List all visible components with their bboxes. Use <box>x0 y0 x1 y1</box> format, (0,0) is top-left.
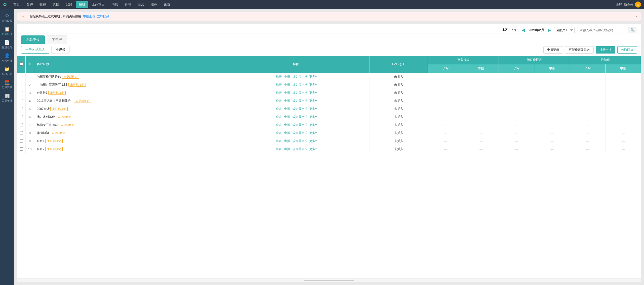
nav-item-服务[interactable]: 服务 <box>148 1 160 8</box>
row-checkbox-8[interactable] <box>20 139 23 142</box>
op-set-zero[interactable]: 设为零申报 <box>293 147 308 151</box>
row-financial-fill: — <box>428 145 463 153</box>
row-checkbox-9[interactable] <box>20 147 23 151</box>
op-declare[interactable]: 申报 <box>284 107 290 111</box>
sidebar-item-报税记录[interactable]: 📁 报税记录 <box>0 64 14 78</box>
banner-close-button[interactable]: × <box>635 14 638 19</box>
op-more[interactable]: 更多▾ <box>309 147 317 151</box>
op-more[interactable]: 更多▾ <box>309 107 317 111</box>
sidebar-item-汇算清缴[interactable]: 🧮 汇算清缴 <box>0 78 14 91</box>
row-ca-status: 未插入 <box>370 129 428 137</box>
banner-link-report[interactable]: 申报汇总 <box>83 14 95 19</box>
op-declare[interactable]: 申报 <box>284 123 290 127</box>
row-checkbox-2[interactable] <box>20 91 23 94</box>
next-month-button[interactable]: ▶ <box>548 28 551 32</box>
scroll-thumb[interactable] <box>304 280 354 281</box>
op-tax-table[interactable]: 税表 <box>276 107 282 111</box>
sidebar-item-报税总览[interactable]: 📄 报税总览 <box>0 38 14 51</box>
op-set-zero[interactable]: 设为零申报 <box>293 91 308 94</box>
retrieve-return-button[interactable]: 收取回执 <box>617 46 637 54</box>
apply-record-button[interactable]: 申报记录 <box>543 46 563 54</box>
op-more[interactable]: 更多▾ <box>309 123 317 127</box>
sub-tab-一般的纳税人[interactable]: 一般的纳税人 <box>21 46 49 54</box>
op-more[interactable]: 更多▾ <box>309 99 317 103</box>
th-tax-report: 增值税报表 <box>499 56 570 64</box>
logo-icon[interactable]: ✿ <box>3 2 7 7</box>
row-checkbox-1[interactable] <box>20 83 23 86</box>
upgrade-button[interactable]: 畅会员 <box>624 3 633 7</box>
op-set-zero[interactable]: 设为零申报 <box>293 75 308 78</box>
tab-税款申报[interactable]: 税款申报 <box>21 35 45 44</box>
th-additional-tax: 附加税 <box>570 56 641 64</box>
sidebar-item-个税申报[interactable]: 👤 个税申报 <box>0 51 14 64</box>
fullscreen-button[interactable]: 全屏 <box>616 3 622 7</box>
op-set-zero[interactable]: 设为零申报 <box>293 83 308 86</box>
op-set-zero[interactable]: 设为零申报 <box>293 107 308 111</box>
op-declare[interactable]: 申报 <box>284 147 290 151</box>
nav-item-消息[interactable]: 消息 <box>108 1 121 8</box>
tab-零申报[interactable]: 零申报 <box>47 35 67 44</box>
update-declaration-button[interactable]: 更新税定及取数 <box>565 46 594 54</box>
sidebar-item-报税设置[interactable]: ⚙ 报税设置 <box>0 11 14 24</box>
search-input[interactable] <box>578 27 628 33</box>
op-more[interactable]: 更多▾ <box>309 75 317 78</box>
search-button[interactable]: 🔍 <box>628 27 637 33</box>
row-checkbox-4[interactable] <box>20 107 23 110</box>
sub-tab-小规模[interactable]: 小规模 <box>51 46 70 54</box>
op-declare[interactable]: 申报 <box>284 139 290 143</box>
nav-item-经营[interactable]: 经营 <box>135 1 147 8</box>
avatar[interactable]: 会 <box>635 2 641 8</box>
sidebar-item-工商年报[interactable]: 🏢 工商年报 <box>0 91 14 104</box>
op-tax-table[interactable]: 税表 <box>276 123 282 127</box>
op-more[interactable]: 更多▾ <box>309 115 317 119</box>
op-declare[interactable]: 申报 <box>284 75 290 78</box>
op-tax-table[interactable]: 税表 <box>276 139 282 143</box>
op-more[interactable]: 更多▾ <box>309 139 317 143</box>
batch-declare-button[interactable]: 批量申报 <box>596 46 615 54</box>
nav-item-首页[interactable]: 首页 <box>10 1 23 8</box>
nav-item-管理[interactable]: 管理 <box>122 1 134 8</box>
nav-item-记账[interactable]: 记账 <box>63 1 75 8</box>
op-set-zero[interactable]: 设为零申报 <box>293 115 308 119</box>
sidebar-item-批量报税[interactable]: 📋 批量报税 <box>0 24 14 38</box>
op-tax-table[interactable]: 税表 <box>276 131 282 135</box>
nav-item-设置[interactable]: 设置 <box>161 1 173 8</box>
row-checkbox-3[interactable] <box>20 99 23 102</box>
op-tax-table[interactable]: 税表 <box>276 75 282 78</box>
ca-info-icon[interactable]: C <box>403 62 406 66</box>
op-declare[interactable]: 申报 <box>284 83 290 86</box>
department-select[interactable]: 全部员工 <box>554 27 575 33</box>
region-info-icon[interactable]: ℹ <box>517 28 519 32</box>
op-declare[interactable]: 申报 <box>284 131 290 135</box>
nav-item-工商项目[interactable]: 工商项目 <box>89 1 108 8</box>
select-all-checkbox[interactable] <box>20 62 23 66</box>
op-set-zero[interactable]: 设为零申报 <box>293 99 308 103</box>
op-tax-table[interactable]: 税表 <box>276 115 282 119</box>
op-more[interactable]: 更多▾ <box>309 83 317 86</box>
op-declare[interactable]: 申报 <box>284 99 290 103</box>
op-set-zero[interactable]: 设为零申报 <box>293 131 308 135</box>
op-tax-table[interactable]: 税表 <box>276 99 282 103</box>
nav-item-票据[interactable]: 票据 <box>50 1 62 8</box>
op-set-zero[interactable]: 设为零申报 <box>293 123 308 127</box>
op-more[interactable]: 更多▾ <box>309 91 317 94</box>
row-checkbox-5[interactable] <box>20 115 23 118</box>
row-checkbox-7[interactable] <box>20 131 23 134</box>
row-tax-fill: — <box>499 105 534 113</box>
op-declare[interactable]: 申报 <box>284 91 290 94</box>
row-checkbox-0[interactable] <box>20 75 23 78</box>
prev-month-button[interactable]: ◀ <box>522 28 525 32</box>
op-declare[interactable]: 申报 <box>284 115 290 119</box>
sort-icon[interactable]: ▼ <box>50 63 52 66</box>
horizontal-scrollbar[interactable] <box>17 278 641 282</box>
nav-item-报税[interactable]: 报税 <box>76 1 88 8</box>
op-set-zero[interactable]: 设为零申报 <box>293 139 308 143</box>
nav-item-客户[interactable]: 客户 <box>23 1 36 8</box>
op-tax-table[interactable]: 税表 <box>276 91 282 94</box>
row-checkbox-6[interactable] <box>20 123 23 126</box>
nav-item-收费[interactable]: 收费 <box>36 1 49 8</box>
op-tax-table[interactable]: 税表 <box>276 83 282 86</box>
op-more[interactable]: 更多▾ <box>309 131 317 135</box>
op-tax-table[interactable]: 税表 <box>276 147 282 151</box>
banner-link-buy[interactable]: 立即购买 <box>97 14 109 19</box>
